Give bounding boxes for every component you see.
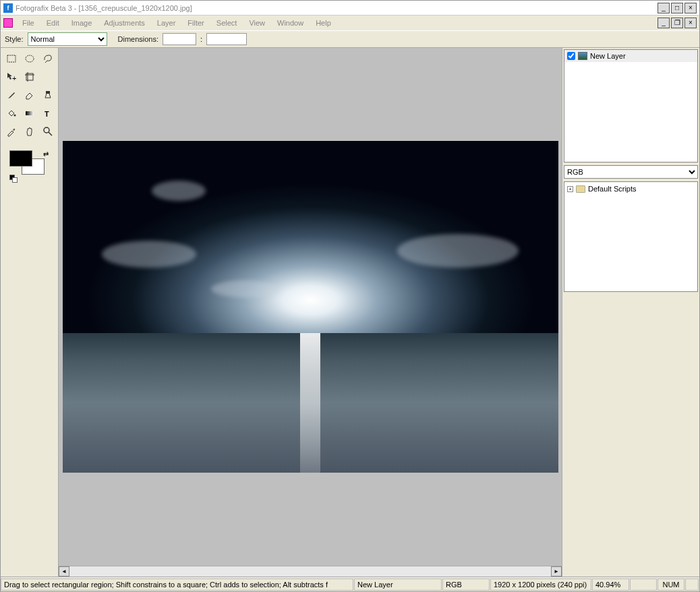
status-mode: RGB (442, 579, 490, 591)
menu-bar: File Edit Image Adjustments Layer Filter… (1, 16, 699, 30)
color-swatch: ⇄ (9, 150, 50, 184)
svg-point-1 (26, 55, 34, 62)
menu-layer[interactable]: Layer (152, 18, 181, 28)
svg-rect-8 (26, 111, 34, 115)
hand-tool[interactable] (22, 123, 38, 140)
menu-image[interactable]: Image (66, 18, 98, 28)
menu-adjustments[interactable]: Adjustments (98, 18, 150, 28)
mdi-minimize-button[interactable]: _ (658, 18, 670, 28)
menu-help[interactable]: Help (310, 18, 337, 28)
lasso-tool[interactable] (40, 51, 56, 67)
menu-window[interactable]: Window (272, 18, 309, 28)
status-hint: Drag to select rectangular region; Shift… (1, 579, 353, 591)
foreground-color[interactable] (9, 150, 32, 167)
clone-tool[interactable] (40, 87, 56, 103)
scripts-tree-root[interactable]: + Default Scripts (567, 185, 695, 193)
scripts-root-label: Default Scripts (588, 185, 637, 193)
svg-point-10 (44, 127, 49, 133)
options-bar: Style: Normal Dimensions: : (1, 30, 699, 48)
dimension-height-input[interactable] (206, 33, 247, 45)
status-bar: Drag to select rectangular region; Shift… (1, 576, 699, 591)
svg-text:+: + (12, 74, 16, 82)
mdi-close-button[interactable]: × (684, 18, 697, 28)
window-title: Fotografix Beta 3 - [1356_crepuscule_192… (16, 4, 658, 12)
status-zoom: 40.94% (592, 579, 629, 591)
mdi-window-buttons: _ ❐ × (658, 18, 697, 28)
canvas-wrap: ◄ ► (59, 48, 562, 576)
right-panels: New Layer RGB + Default Scripts (562, 48, 699, 576)
menu-view[interactable]: View (243, 18, 270, 28)
canvas-image[interactable] (63, 141, 558, 473)
crop-tool[interactable] (22, 69, 38, 85)
menu-file[interactable]: File (17, 18, 40, 28)
rect-select-tool[interactable] (3, 51, 20, 67)
status-blank (630, 579, 657, 591)
status-size: 1920 x 1200 pixels (240 ppi) (490, 579, 591, 591)
layer-thumbnail-icon (578, 52, 587, 60)
svg-line-11 (49, 132, 52, 136)
window-buttons: _ □ × (658, 3, 697, 13)
close-button[interactable]: × (684, 3, 697, 13)
dimension-separator: : (200, 35, 202, 43)
main-area: + T ⇄ (1, 48, 699, 576)
canvas-viewport[interactable] (59, 48, 562, 566)
title-bar: f Fotografix Beta 3 - [1356_crepuscule_1… (1, 1, 699, 16)
scripts-panel: + Default Scripts (564, 181, 698, 292)
move-tool[interactable]: + (3, 69, 20, 85)
svg-point-7 (13, 115, 16, 117)
toolbox: + T ⇄ (1, 48, 59, 576)
scroll-track[interactable] (69, 566, 551, 576)
tree-expand-icon[interactable]: + (567, 186, 573, 192)
layer-visibility-checkbox[interactable] (567, 52, 575, 60)
svg-text:T: T (45, 110, 49, 118)
layer-name: New Layer (590, 52, 626, 60)
minimize-button[interactable]: _ (658, 3, 670, 13)
status-numlock: NUM (658, 579, 684, 591)
channel-select[interactable]: RGB (564, 165, 698, 179)
maximize-button[interactable]: □ (671, 3, 683, 13)
swap-colors-icon[interactable]: ⇄ (43, 150, 49, 158)
text-tool[interactable]: T (40, 105, 56, 121)
style-label: Style: (5, 35, 24, 43)
app-icon: f (3, 3, 13, 13)
ellipse-select-tool[interactable] (22, 51, 38, 67)
svg-rect-6 (46, 91, 50, 94)
layers-panel: New Layer (564, 49, 698, 162)
horizontal-scrollbar[interactable]: ◄ ► (59, 566, 562, 576)
menu-filter[interactable]: Filter (182, 18, 209, 28)
status-grip (685, 579, 699, 591)
brush-tool[interactable] (3, 87, 20, 103)
status-layer: New Layer (354, 579, 442, 591)
panel-spacer (562, 293, 699, 576)
channel-selector: RGB (564, 165, 698, 179)
mdi-restore-button[interactable]: ❐ (671, 18, 683, 28)
eyedropper-tool[interactable] (3, 123, 20, 140)
reset-colors-icon[interactable] (9, 175, 19, 184)
svg-rect-0 (7, 55, 16, 62)
gradient-tool[interactable] (22, 105, 38, 121)
scroll-right-icon[interactable]: ► (551, 566, 562, 576)
dimensions-label: Dimensions: (118, 35, 159, 43)
menu-edit[interactable]: Edit (41, 18, 65, 28)
bucket-tool[interactable] (3, 105, 20, 121)
eraser-tool[interactable] (22, 87, 38, 103)
zoom-tool[interactable] (40, 123, 56, 140)
scroll-left-icon[interactable]: ◄ (59, 566, 69, 576)
layer-row[interactable]: New Layer (564, 50, 697, 62)
style-select[interactable]: Normal (28, 32, 107, 46)
dimension-width-input[interactable] (163, 33, 196, 45)
document-icon (3, 18, 13, 28)
folder-icon (576, 185, 585, 193)
menu-select[interactable]: Select (211, 18, 243, 28)
